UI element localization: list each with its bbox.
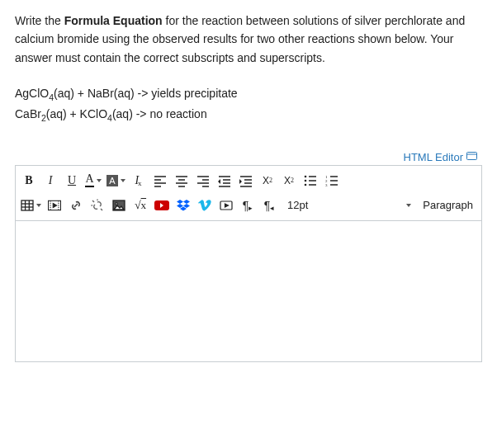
svg-point-2 bbox=[305, 175, 307, 177]
align-left-button[interactable] bbox=[150, 171, 170, 191]
italic-button[interactable]: I bbox=[40, 171, 60, 191]
dropdown-caret-icon bbox=[406, 204, 411, 207]
media-button[interactable] bbox=[45, 196, 64, 215]
youtube-icon bbox=[154, 200, 169, 210]
bg-color-button[interactable]: A bbox=[105, 171, 127, 191]
bullet-list-button[interactable] bbox=[301, 171, 320, 191]
svg-point-21 bbox=[116, 202, 118, 205]
rtl-button[interactable]: ¶◂ bbox=[259, 196, 279, 215]
indent-button[interactable] bbox=[236, 171, 256, 191]
html-editor-toggle[interactable]: HTML Editor bbox=[404, 151, 477, 163]
underline-button[interactable]: U bbox=[62, 171, 82, 191]
prompt-pre: Write the bbox=[15, 14, 64, 27]
link-button[interactable] bbox=[66, 196, 86, 215]
ltr-button[interactable]: ¶▸ bbox=[238, 196, 258, 215]
dropbox-button[interactable] bbox=[173, 196, 193, 215]
clear-formatting-button[interactable]: Ix bbox=[129, 171, 149, 191]
editor-content-area[interactable] bbox=[16, 221, 481, 361]
editor-toolbar: B I U A A Ix bbox=[16, 166, 481, 221]
subscript-button[interactable]: X2 bbox=[279, 171, 299, 191]
svg-rect-0 bbox=[467, 152, 477, 159]
prompt-bold: Formula Equation bbox=[64, 14, 163, 27]
image-button[interactable] bbox=[109, 196, 129, 215]
align-center-button[interactable] bbox=[172, 171, 192, 191]
html-editor-icon bbox=[466, 151, 477, 163]
svg-line-16 bbox=[92, 200, 94, 202]
font-size-selector[interactable]: 12pt bbox=[281, 196, 315, 215]
svg-text:3: 3 bbox=[325, 183, 328, 187]
superscript-button[interactable]: X2 bbox=[258, 171, 277, 191]
reaction-2: CaBr2(aq) + KClO4(aq) -> no reaction bbox=[15, 107, 482, 123]
outdent-button[interactable] bbox=[215, 171, 234, 191]
youtube-button[interactable] bbox=[152, 196, 172, 215]
svg-point-4 bbox=[305, 183, 307, 186]
bold-button[interactable]: B bbox=[19, 171, 39, 191]
text-color-button[interactable]: A bbox=[83, 171, 103, 191]
number-list-button[interactable]: 123 bbox=[322, 171, 342, 191]
align-right-button[interactable] bbox=[193, 171, 213, 191]
vimeo-button[interactable] bbox=[195, 196, 215, 215]
rich-text-editor: B I U A A Ix bbox=[15, 165, 482, 362]
question-text: Write the Formula Equation for the react… bbox=[15, 12, 482, 67]
unlink-button[interactable] bbox=[88, 196, 107, 215]
block-format-label: Paragraph bbox=[423, 199, 473, 211]
html-editor-label: HTML Editor bbox=[404, 151, 463, 163]
table-button[interactable] bbox=[19, 196, 43, 215]
equation-button[interactable]: √x bbox=[130, 196, 150, 215]
svg-line-17 bbox=[101, 209, 102, 210]
svg-point-3 bbox=[305, 179, 307, 182]
embed-button[interactable] bbox=[216, 196, 236, 215]
reaction-1: AgClO4(aq) + NaBr(aq) -> yields precipit… bbox=[15, 87, 482, 102]
block-format-selector[interactable]: Paragraph bbox=[414, 196, 478, 215]
svg-rect-8 bbox=[21, 200, 33, 210]
